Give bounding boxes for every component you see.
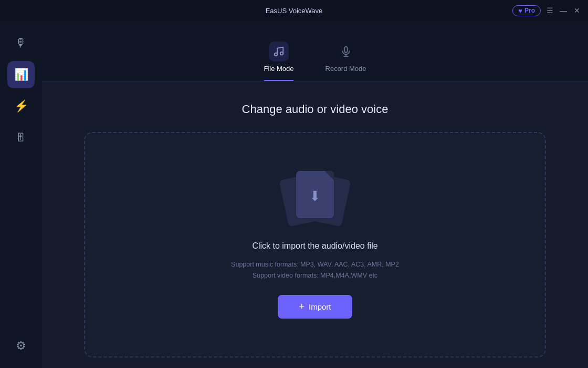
drop-subtitle-line1: Support music formats: MP3, WAV, AAC, AC… xyxy=(231,261,399,268)
settings-icon: ⚙ xyxy=(16,339,26,353)
microphone-icon: 🎙 xyxy=(15,36,27,50)
drop-zone-subtitle: Support music formats: MP3, WAV, AAC, AC… xyxy=(231,259,399,282)
close-icon: ✕ xyxy=(574,6,580,15)
page-title: Change audio or video voice xyxy=(242,103,388,116)
sidebar-item-settings[interactable]: ⚙ xyxy=(7,332,35,360)
tab-record-mode-label: Record Mode xyxy=(326,65,366,73)
sidebar-item-mixer[interactable]: 🎚 xyxy=(7,124,35,151)
close-button[interactable]: ✕ xyxy=(572,6,582,15)
import-button[interactable]: + Import xyxy=(278,295,352,319)
pro-badge[interactable]: ♥ Pro xyxy=(512,5,541,16)
file-ear xyxy=(324,171,334,180)
mixer-icon: 🎚 xyxy=(15,131,27,145)
menu-button[interactable]: ☰ xyxy=(545,6,554,15)
waveform-icon: 📊 xyxy=(14,68,28,81)
minimize-icon: — xyxy=(560,6,567,15)
content-area: File Mode Record Mode Change audio or vi… xyxy=(42,21,588,368)
tab-record-mode[interactable]: Record Mode xyxy=(326,42,366,81)
sidebar: 🎙 📊 ⚡ 🎚 ⚙ xyxy=(0,21,42,368)
plus-icon: + xyxy=(299,301,304,312)
svg-point-0 xyxy=(275,53,278,56)
drop-zone[interactable]: ♪ ⬇ Click to import the audio/video file… xyxy=(84,132,546,357)
titlebar: EasUS VoiceWave ♥ Pro ☰ — ✕ xyxy=(0,0,588,21)
tab-file-mode-label: File Mode xyxy=(264,65,293,73)
main-content: Change audio or video voice ♪ ⬇ xyxy=(42,81,588,368)
menu-icon: ☰ xyxy=(547,6,553,15)
file-illustration: ♪ ⬇ xyxy=(284,171,346,229)
microphone-tab-icon xyxy=(340,46,352,57)
minimize-button[interactable]: — xyxy=(559,6,568,15)
drop-zone-title: Click to import the audio/video file xyxy=(252,241,377,251)
drop-subtitle-line2: Support video formats: MP4,M4A,WMV etc xyxy=(253,272,377,279)
download-icon: ⬇ xyxy=(309,188,321,205)
pro-label: Pro xyxy=(524,7,535,14)
music-file-icon xyxy=(273,46,285,57)
record-mode-icon-container xyxy=(336,42,356,62)
sidebar-item-audio-edit[interactable]: 📊 xyxy=(7,61,35,88)
heart-icon: ♥ xyxy=(518,7,522,15)
window-controls: ♥ Pro ☰ — ✕ xyxy=(512,5,582,16)
file-card-center: ⬇ xyxy=(296,171,334,218)
file-mode-icon-container xyxy=(269,42,289,62)
app-title: EasUS VoiceWave xyxy=(266,7,323,15)
main-layout: 🎙 📊 ⚡ 🎚 ⚙ xyxy=(0,21,588,368)
svg-point-1 xyxy=(280,52,284,55)
sidebar-item-voice[interactable]: 🎙 xyxy=(7,29,35,57)
sidebar-item-convert[interactable]: ⚡ xyxy=(7,93,35,120)
svg-rect-2 xyxy=(344,47,348,53)
lightning-icon: ⚡ xyxy=(14,99,28,113)
tab-file-mode[interactable]: File Mode xyxy=(264,42,293,81)
import-button-label: Import xyxy=(309,302,331,311)
tab-bar: File Mode Record Mode xyxy=(42,21,588,81)
